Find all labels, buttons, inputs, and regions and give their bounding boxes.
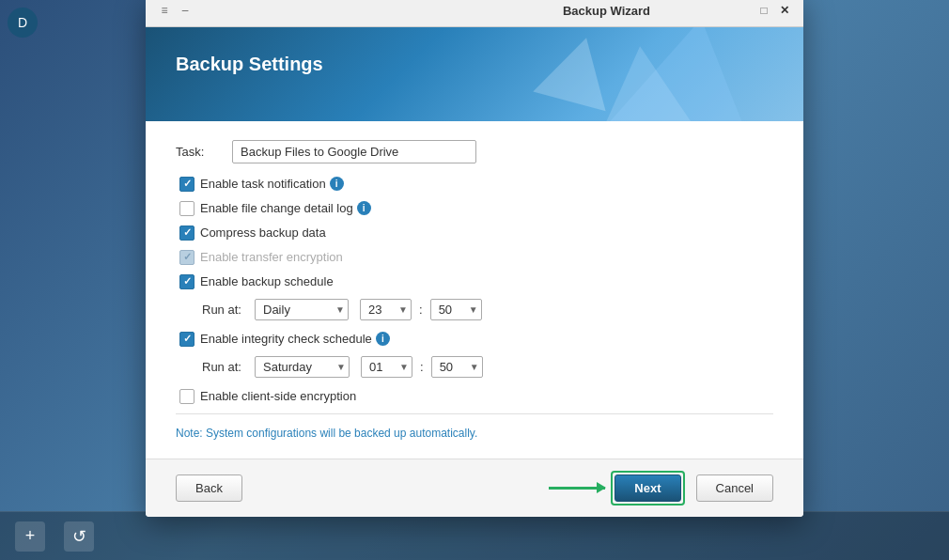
content-area: Task: Enable task notification i Enable … <box>146 121 803 459</box>
integrity-run-at-label: Run at: <box>202 360 249 374</box>
header-section: Backup Settings <box>146 27 803 121</box>
enable-file-change-label[interactable]: Enable file change detail log <box>179 201 353 216</box>
window-menu-button[interactable]: ≡ <box>157 3 172 18</box>
backup-minute-wrapper: 50 ▼ <box>430 299 482 320</box>
arrow-line <box>549 487 605 490</box>
backup-time-colon: : <box>419 303 423 317</box>
enable-integrity-check-label[interactable]: Enable integrity check schedule <box>179 332 372 347</box>
footer-left: Back <box>176 474 242 502</box>
integrity-hour-select[interactable]: 01 <box>361 356 412 378</box>
enable-task-notification-info-icon[interactable]: i <box>330 177 344 191</box>
backup-wizard-window: ≡ – Backup Wizard □ ✕ Backup Settings Ta… <box>146 0 803 517</box>
compress-backup-row: Compress backup data <box>176 226 773 241</box>
backup-schedule-run-at-row: Run at: Daily Weekly Monthly ▼ 23 ▼ : 50 <box>176 299 773 320</box>
integrity-schedule-run-at-row: Run at: Saturday Sunday Monday Tuesday W… <box>176 356 773 378</box>
back-button[interactable]: Back <box>176 474 242 502</box>
taskbar-history-button[interactable]: ↺ <box>64 521 94 552</box>
cancel-button[interactable]: Cancel <box>696 474 773 502</box>
titlebar: ≡ – Backup Wizard □ ✕ <box>146 0 803 27</box>
enable-task-notification-row: Enable task notification i <box>176 177 773 192</box>
enable-transfer-encryption-row: Enable transfer encryption <box>176 250 773 265</box>
enable-backup-schedule-text: Enable backup schedule <box>200 274 334 288</box>
enable-backup-schedule-row: Enable backup schedule <box>176 274 773 289</box>
enable-integrity-check-checkbox[interactable] <box>179 332 194 347</box>
integrity-minute-select[interactable]: 50 <box>431 356 483 378</box>
task-row: Task: <box>176 140 773 163</box>
enable-transfer-encryption-text: Enable transfer encryption <box>200 250 343 264</box>
enable-integrity-check-info-icon[interactable]: i <box>376 332 390 346</box>
enable-file-change-text: Enable file change detail log <box>200 201 353 215</box>
next-button-highlight: Next <box>611 471 684 506</box>
enable-backup-schedule-checkbox[interactable] <box>179 274 194 289</box>
footer-right: Next Cancel <box>549 471 773 506</box>
backup-hour-select[interactable]: 23 <box>360 299 412 320</box>
enable-integrity-check-text: Enable integrity check schedule <box>200 332 372 346</box>
enable-client-encryption-checkbox[interactable] <box>179 389 194 404</box>
enable-task-notification-label[interactable]: Enable task notification <box>179 177 326 192</box>
note-text: Note: System configurations will be back… <box>176 427 477 440</box>
enable-backup-schedule-label[interactable]: Enable backup schedule <box>179 274 334 289</box>
compress-backup-text: Compress backup data <box>200 226 326 240</box>
close-button[interactable]: ✕ <box>777 3 792 18</box>
enable-file-change-checkbox[interactable] <box>179 201 194 216</box>
backup-run-at-label: Run at: <box>202 303 249 317</box>
enable-file-change-info-icon[interactable]: i <box>357 201 371 215</box>
compress-backup-label[interactable]: Compress backup data <box>179 226 326 241</box>
integrity-minute-wrapper: 50 ▼ <box>431 356 483 378</box>
backup-frequency-wrapper: Daily Weekly Monthly ▼ <box>255 299 349 320</box>
task-label: Task: <box>176 145 232 159</box>
compress-backup-checkbox[interactable] <box>179 226 194 241</box>
maximize-button[interactable]: □ <box>756 3 771 18</box>
enable-file-change-row: Enable file change detail log i <box>176 201 773 216</box>
integrity-day-wrapper: Saturday Sunday Monday Tuesday Wednesday… <box>255 356 350 378</box>
note-section: Note: System configurations will be back… <box>176 413 773 440</box>
task-input[interactable] <box>232 140 476 163</box>
enable-client-encryption-row: Enable client-side encryption <box>176 389 773 404</box>
enable-task-notification-text: Enable task notification <box>200 177 326 191</box>
integrity-day-select[interactable]: Saturday Sunday Monday Tuesday Wednesday… <box>255 356 350 378</box>
window-title: Backup Wizard <box>457 4 756 18</box>
enable-task-notification-checkbox[interactable] <box>179 177 194 192</box>
backup-hour-wrapper: 23 ▼ <box>360 299 412 320</box>
arrow-indicator <box>549 487 605 490</box>
titlebar-left-spacer: ≡ – <box>157 3 457 18</box>
next-wrapper: Next <box>549 471 684 506</box>
titlebar-controls: □ ✕ <box>756 3 792 18</box>
backup-frequency-select[interactable]: Daily Weekly Monthly <box>255 299 349 320</box>
enable-transfer-encryption-label: Enable transfer encryption <box>179 250 343 265</box>
backup-minute-select[interactable]: 50 <box>430 299 482 320</box>
page-title: Backup Settings <box>176 54 773 75</box>
minimize-button[interactable]: – <box>178 3 193 18</box>
enable-transfer-encryption-checkbox <box>179 250 194 265</box>
integrity-hour-wrapper: 01 ▼ <box>361 356 412 378</box>
enable-client-encryption-label[interactable]: Enable client-side encryption <box>179 389 356 404</box>
enable-client-encryption-text: Enable client-side encryption <box>200 389 356 403</box>
app-icon: D <box>8 8 38 38</box>
next-button[interactable]: Next <box>615 474 680 502</box>
integrity-time-colon: : <box>420 360 424 374</box>
taskbar: + ↺ <box>0 511 949 560</box>
footer: Back Next Cancel <box>146 459 803 517</box>
taskbar-add-button[interactable]: + <box>15 521 45 552</box>
enable-integrity-check-row: Enable integrity check schedule i <box>176 332 773 347</box>
